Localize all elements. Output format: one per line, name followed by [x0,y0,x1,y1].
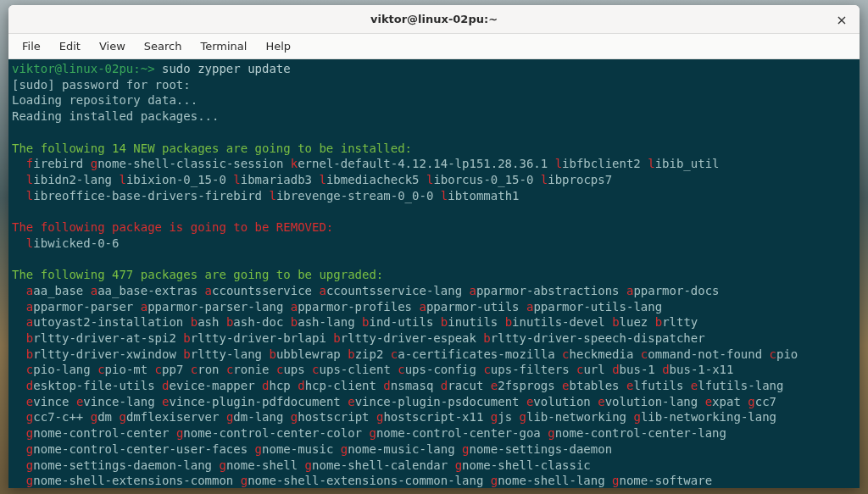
menubar: File Edit View Search Terminal Help [8,34,860,59]
titlebar: viktor@linux-02pu:~ × [8,5,860,34]
terminal-window: viktor@linux-02pu:~ × File Edit View Sea… [8,5,860,488]
terminal-output[interactable]: viktor@linux-02pu:~> sudo zypper update … [8,59,860,488]
window-title: viktor@linux-02pu:~ [370,13,498,25]
menu-edit[interactable]: Edit [51,36,89,56]
close-icon[interactable]: × [831,8,853,31]
menu-search[interactable]: Search [136,36,191,56]
menu-help[interactable]: Help [257,36,299,56]
menu-terminal[interactable]: Terminal [192,36,255,56]
menu-file[interactable]: File [14,36,49,56]
menu-view[interactable]: View [91,36,134,56]
